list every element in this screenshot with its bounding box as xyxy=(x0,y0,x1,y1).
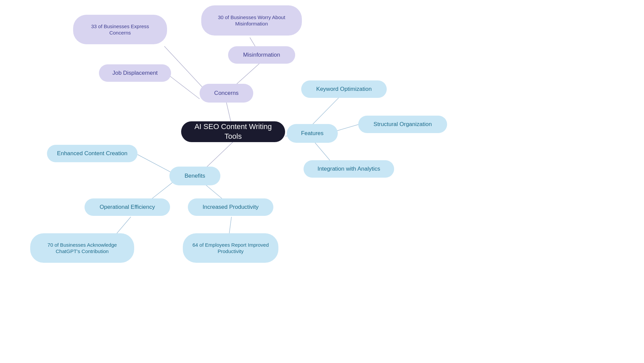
features-node: Features xyxy=(287,124,338,143)
increased-productivity-label: Increased Productivity xyxy=(203,203,259,211)
employees-productivity-node: 64 of Employees Report Improved Producti… xyxy=(183,233,278,263)
integration-analytics-label: Integration with Analytics xyxy=(317,165,380,173)
misinformation-node: Misinformation xyxy=(228,46,295,64)
svg-line-13 xyxy=(337,124,359,131)
businesses-concerns-label: 33 of Businesses Express Concerns xyxy=(80,23,160,36)
svg-line-7 xyxy=(138,155,171,172)
svg-line-4 xyxy=(168,74,200,99)
chatgpt-contribution-label: 70 of Businesses Acknowledge ChatGPT's C… xyxy=(38,242,127,255)
benefits-label: Benefits xyxy=(184,172,205,180)
center-node: AI SEO Content Writing Tools xyxy=(181,121,285,142)
keyword-optimization-label: Keyword Optimization xyxy=(316,85,372,93)
misinformation-label: Misinformation xyxy=(243,51,280,59)
businesses-concerns-node: 33 of Businesses Express Concerns xyxy=(73,15,167,44)
structural-organization-label: Structural Organization xyxy=(374,121,432,128)
benefits-node: Benefits xyxy=(169,167,220,185)
svg-line-5 xyxy=(164,46,208,93)
employees-productivity-label: 64 of Employees Report Improved Producti… xyxy=(190,242,271,255)
enhanced-content-label: Enhanced Content Creation xyxy=(57,150,127,157)
structural-organization-node: Structural Organization xyxy=(358,116,447,133)
operational-efficiency-label: Operational Efficiency xyxy=(100,203,155,211)
concerns-node: Concerns xyxy=(200,84,253,103)
operational-efficiency-node: Operational Efficiency xyxy=(85,198,170,216)
svg-line-11 xyxy=(229,217,231,235)
integration-analytics-node: Integration with Analytics xyxy=(304,160,394,178)
keyword-optimization-node: Keyword Optimization xyxy=(301,80,387,98)
enhanced-content-node: Enhanced Content Creation xyxy=(47,145,138,162)
job-displacement-node: Job Displacement xyxy=(99,64,171,82)
job-displacement-label: Job Displacement xyxy=(112,69,158,77)
businesses-misinformation-label: 30 of Businesses Worry About Misinformat… xyxy=(209,14,294,27)
svg-line-10 xyxy=(116,217,131,235)
increased-productivity-node: Increased Productivity xyxy=(188,198,273,216)
concerns-label: Concerns xyxy=(214,89,239,97)
center-label: AI SEO Content Writing Tools xyxy=(189,122,278,141)
chatgpt-contribution-node: 70 of Businesses Acknowledge ChatGPT's C… xyxy=(30,233,134,263)
businesses-misinformation-node: 30 of Businesses Worry About Misinformat… xyxy=(201,5,302,36)
features-label: Features xyxy=(301,130,323,137)
